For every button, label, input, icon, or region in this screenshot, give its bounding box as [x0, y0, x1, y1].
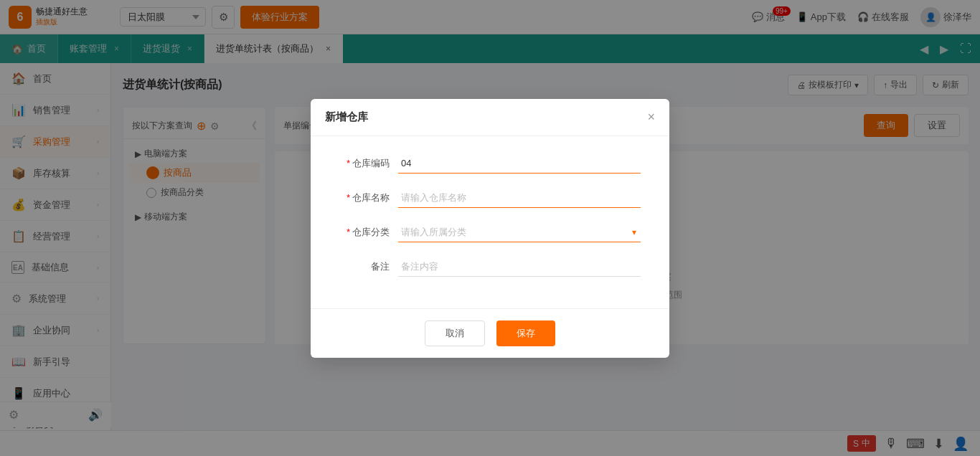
form-row-remark: 备注 — [339, 257, 641, 277]
name-label: 仓库名称 — [339, 191, 390, 204]
modal-header: 新增仓库 × — [311, 99, 669, 136]
category-select-wrap: 请输入所属分类 ▾ — [398, 222, 641, 242]
form-row-name: 仓库名称 — [339, 188, 641, 208]
code-input[interactable] — [398, 153, 641, 174]
code-label: 仓库编码 — [339, 157, 390, 170]
name-input[interactable] — [398, 188, 641, 208]
form-row-code: 仓库编码 — [339, 153, 641, 174]
remark-label: 备注 — [339, 260, 390, 273]
modal-footer: 取消 保存 — [311, 308, 669, 358]
remark-input[interactable] — [398, 257, 641, 277]
new-warehouse-modal: 新增仓库 × 仓库编码 仓库名称 仓库分类 请输入所属分类 ▾ — [311, 99, 669, 358]
cancel-button[interactable]: 取消 — [425, 320, 485, 346]
modal-overlay: 新增仓库 × 仓库编码 仓库名称 仓库分类 请输入所属分类 ▾ — [0, 0, 980, 456]
modal-title: 新增仓库 — [325, 110, 368, 124]
modal-close-button[interactable]: × — [647, 110, 655, 123]
category-label: 仓库分类 — [339, 226, 390, 239]
form-row-category: 仓库分类 请输入所属分类 ▾ — [339, 222, 641, 242]
save-button[interactable]: 保存 — [496, 320, 555, 346]
category-select[interactable]: 请输入所属分类 — [398, 222, 641, 242]
modal-body: 仓库编码 仓库名称 仓库分类 请输入所属分类 ▾ 备注 — [311, 136, 669, 308]
